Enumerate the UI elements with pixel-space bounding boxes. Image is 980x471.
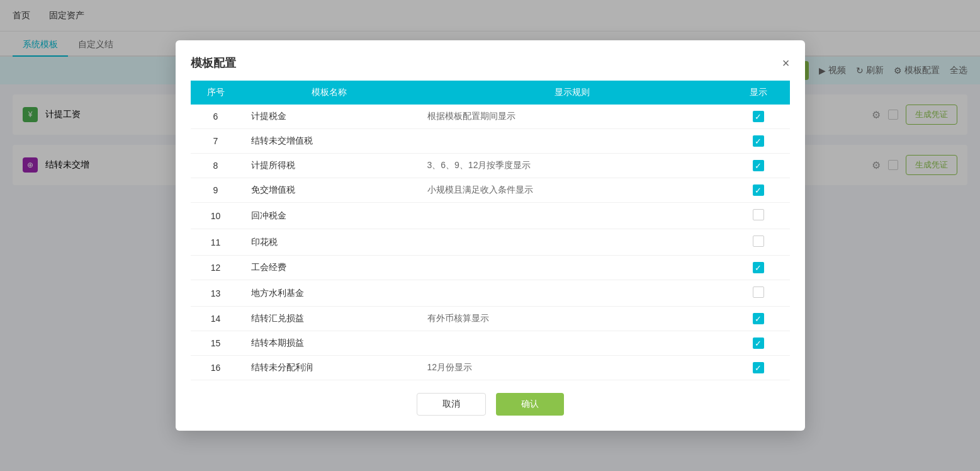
table-row: 8计提所得税3、6、9、12月按季度显示✓: [191, 154, 790, 178]
row-id: 11: [191, 229, 241, 256]
template-config-modal: 模板配置 × 序号 模板名称 显示规则 显示 6计提税金根据模板配置期间显示✓7…: [176, 40, 805, 431]
row-name: 免交增值税: [241, 178, 417, 203]
checkbox-checked[interactable]: ✓: [753, 313, 764, 324]
row-name: 结转汇兑损益: [241, 307, 417, 331]
row-name: 计提税金: [241, 105, 417, 129]
col-header-name: 模板名称: [241, 81, 417, 105]
row-display[interactable]: [727, 280, 790, 307]
row-rule: 12月份显示: [417, 356, 727, 380]
checkbox-checked[interactable]: ✓: [753, 362, 764, 373]
row-name: 结转未交增值税: [241, 129, 417, 154]
checkbox-checked[interactable]: ✓: [753, 160, 764, 171]
checkbox-checked[interactable]: ✓: [753, 135, 764, 147]
row-id: 8: [191, 154, 241, 178]
modal-overlay: 模板配置 × 序号 模板名称 显示规则 显示 6计提税金根据模板配置期间显示✓7…: [0, 0, 980, 471]
row-id: 12: [191, 256, 241, 280]
row-rule: [417, 229, 727, 256]
row-name: 回冲税金: [241, 203, 417, 229]
cancel-button[interactable]: 取消: [417, 393, 486, 416]
row-rule: [417, 203, 727, 229]
table-row: 14结转汇兑损益有外币核算显示✓: [191, 307, 790, 331]
config-table-wrapper[interactable]: 序号 模板名称 显示规则 显示 6计提税金根据模板配置期间显示✓7结转未交增值税…: [191, 81, 790, 380]
row-id: 15: [191, 331, 241, 356]
table-row: 7结转未交增值税✓: [191, 129, 790, 154]
table-row: 16结转未分配利润12月份显示✓: [191, 356, 790, 380]
row-name: 工会经费: [241, 256, 417, 280]
row-name: 计提所得税: [241, 154, 417, 178]
table-row: 10回冲税金: [191, 203, 790, 229]
row-id: 7: [191, 129, 241, 154]
row-display[interactable]: ✓: [727, 129, 790, 154]
row-rule: 3、6、9、12月按季度显示: [417, 154, 727, 178]
table-row: 13地方水利基金: [191, 280, 790, 307]
row-id: 9: [191, 178, 241, 203]
row-rule: [417, 129, 727, 154]
checkbox-checked[interactable]: ✓: [753, 338, 764, 349]
row-name: 结转未分配利润: [241, 356, 417, 380]
table-row: 15结转本期损益✓: [191, 331, 790, 356]
col-header-id: 序号: [191, 81, 241, 105]
row-name: 地方水利基金: [241, 280, 417, 307]
confirm-button[interactable]: 确认: [496, 393, 564, 416]
checkbox-unchecked[interactable]: [753, 209, 764, 220]
row-rule: 根据模板配置期间显示: [417, 105, 727, 129]
table-row: 6计提税金根据模板配置期间显示✓: [191, 105, 790, 129]
row-id: 14: [191, 307, 241, 331]
row-rule: [417, 331, 727, 356]
row-display[interactable]: ✓: [727, 154, 790, 178]
checkbox-checked[interactable]: ✓: [753, 111, 764, 122]
checkbox-checked[interactable]: ✓: [753, 184, 764, 196]
checkbox-unchecked[interactable]: [753, 236, 764, 247]
row-rule: [417, 256, 727, 280]
row-display[interactable]: ✓: [727, 178, 790, 203]
modal-title: 模板配置: [191, 55, 236, 71]
checkbox-checked[interactable]: ✓: [753, 262, 764, 273]
row-rule: 有外币核算显示: [417, 307, 727, 331]
col-header-display: 显示: [727, 81, 790, 105]
row-id: 6: [191, 105, 241, 129]
row-name: 印花税: [241, 229, 417, 256]
table-row: 11印花税: [191, 229, 790, 256]
modal-close-button[interactable]: ×: [782, 57, 790, 69]
row-display[interactable]: [727, 203, 790, 229]
row-display[interactable]: ✓: [727, 331, 790, 356]
row-display[interactable]: ✓: [727, 105, 790, 129]
row-rule: [417, 280, 727, 307]
col-header-rule: 显示规则: [417, 81, 727, 105]
row-id: 10: [191, 203, 241, 229]
row-id: 13: [191, 280, 241, 307]
checkbox-unchecked[interactable]: [753, 287, 764, 298]
row-name: 结转本期损益: [241, 331, 417, 356]
config-table: 序号 模板名称 显示规则 显示 6计提税金根据模板配置期间显示✓7结转未交增值税…: [191, 81, 790, 380]
row-display[interactable]: ✓: [727, 256, 790, 280]
row-display[interactable]: ✓: [727, 307, 790, 331]
row-display[interactable]: [727, 229, 790, 256]
table-row: 9免交增值税小规模且满足收入条件显示✓: [191, 178, 790, 203]
row-id: 16: [191, 356, 241, 380]
row-display[interactable]: ✓: [727, 356, 790, 380]
row-rule: 小规模且满足收入条件显示: [417, 178, 727, 203]
table-row: 12工会经费✓: [191, 256, 790, 280]
